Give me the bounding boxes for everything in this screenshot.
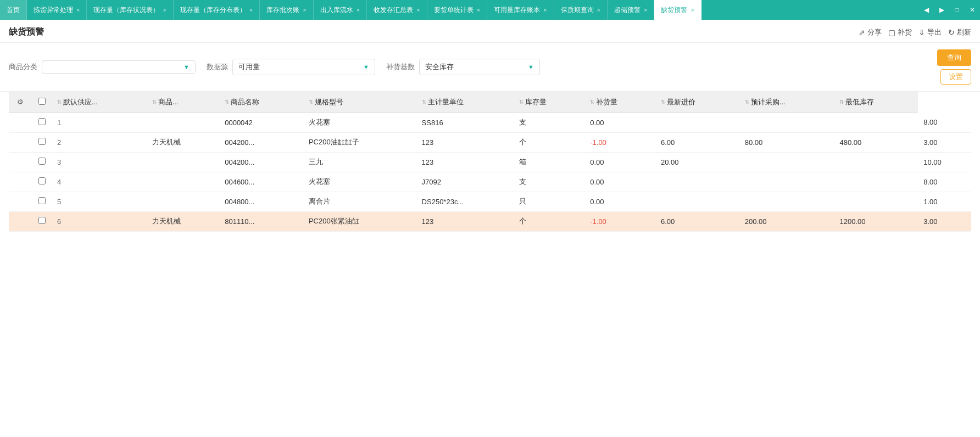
row-num-4: 5 xyxy=(52,192,147,211)
tab-abnormal[interactable]: 拣货异常处理 × xyxy=(27,0,87,20)
row-supplier-4 xyxy=(147,192,220,211)
replenish-base-arrow-icon: ▼ xyxy=(528,64,534,70)
tab-expiry-query[interactable]: 保质期查询 × xyxy=(554,0,608,20)
row-supplier-2 xyxy=(147,152,220,172)
col-header-estimated-purchase: ⇅ 预计采购... xyxy=(739,92,834,113)
row-name-1: PC200油缸缸子 xyxy=(303,132,416,152)
table-row: 1 0000042 火花塞 SS816 支 0.00 8.00 xyxy=(9,113,971,132)
row-supplier-3 xyxy=(147,172,220,192)
row-checkbox-1 xyxy=(32,132,52,152)
tab-close-inout-flow[interactable]: × xyxy=(357,7,360,13)
sort-icon-unit: ⇅ xyxy=(422,99,426,105)
col-header-replenish-qty: ⇅ 补货量 xyxy=(584,92,655,113)
sort-icon-name: ⇅ xyxy=(225,99,229,105)
row-select-3[interactable] xyxy=(38,177,46,184)
export-icon: ⇓ xyxy=(918,28,925,37)
share-icon: ⇗ xyxy=(859,28,865,37)
row-estimated-purchase-3 xyxy=(834,172,918,192)
header-actions: ⇗ 分享 ▢ 补货 ⇓ 导出 ↻ 刷新 xyxy=(859,27,971,37)
tab-close-inventory-dist[interactable]: × xyxy=(249,7,253,13)
col-header-min-stock: ⇅ 最低库存 xyxy=(834,92,918,113)
col-header-unit: ⇅ 主计量单位 xyxy=(416,92,514,113)
row-select-5[interactable] xyxy=(38,217,46,224)
row-min-stock-1: 3.00 xyxy=(918,132,971,152)
row-estimated-purchase-5: 1200.00 xyxy=(834,211,918,231)
row-num-5: 6 xyxy=(52,211,147,231)
tab-close-order-stats[interactable]: × xyxy=(477,7,480,13)
tab-nav-restore[interactable]: □ xyxy=(949,0,965,20)
row-latest-price-5: 200.00 xyxy=(739,211,834,231)
tab-home[interactable]: 首页 xyxy=(0,0,27,20)
row-checkbox-5 xyxy=(32,211,52,231)
row-replenish-qty-2: 20.00 xyxy=(655,152,739,172)
tab-available-ledger[interactable]: 可用量库存账本 × xyxy=(487,0,554,20)
tab-close-shortage-warning[interactable]: × xyxy=(691,7,694,13)
row-unit-1: 个 xyxy=(514,132,584,152)
query-button[interactable]: 查询 xyxy=(937,49,971,66)
export-button[interactable]: ⇓ 导出 xyxy=(918,27,942,37)
row-spec-2: 123 xyxy=(416,152,514,172)
tab-close-abnormal[interactable]: × xyxy=(76,7,80,13)
row-checkbox-0 xyxy=(32,113,52,132)
tab-nav-close[interactable]: ✕ xyxy=(965,0,980,20)
row-unit-3: 支 xyxy=(514,172,584,192)
replenish-icon: ▢ xyxy=(888,28,895,37)
tab-order-stats[interactable]: 要货单统计表 × xyxy=(427,0,487,20)
row-gear-3 xyxy=(9,172,32,192)
tab-overstock-warning[interactable]: 超储预警 × xyxy=(608,0,654,20)
tab-close-expiry-query[interactable]: × xyxy=(597,7,600,13)
tab-shortage-warning[interactable]: 缺货预警 × xyxy=(654,0,701,20)
tab-inventory-dist[interactable]: 现存量（库存分布表） × xyxy=(174,0,260,20)
sort-icon-price: ⇅ xyxy=(661,99,665,105)
select-all-checkbox[interactable] xyxy=(38,98,46,105)
row-latest-price-0 xyxy=(739,113,834,132)
row-spec-1: 123 xyxy=(416,132,514,152)
row-select-4[interactable] xyxy=(38,197,46,204)
sort-icon-spec: ⇅ xyxy=(309,99,313,105)
category-select[interactable]: ▼ xyxy=(42,60,196,74)
datasource-select[interactable]: 可用量 ▼ xyxy=(232,59,375,75)
row-latest-price-4 xyxy=(739,192,834,211)
row-code-0: 0000042 xyxy=(219,113,303,132)
tab-close-available-ledger[interactable]: × xyxy=(543,7,547,13)
row-select-0[interactable] xyxy=(38,118,46,125)
datasource-value: 可用量 xyxy=(238,62,260,72)
tab-close-overstock-warning[interactable]: × xyxy=(644,7,647,13)
sort-icon-code: ⇅ xyxy=(152,99,157,105)
tab-inventory-status[interactable]: 现存量（库存状况表） × xyxy=(87,0,173,20)
tab-close-batch-account[interactable]: × xyxy=(303,7,306,13)
col-header-product-code: ⇅ 商品... xyxy=(147,92,220,113)
row-supplier-1: 力天机械 xyxy=(147,132,220,152)
row-supplier-5: 力天机械 xyxy=(147,211,220,231)
tab-nav-prev[interactable]: ◀ xyxy=(918,0,934,20)
tab-nav-next[interactable]: ▶ xyxy=(934,0,949,20)
tab-close-collect-account[interactable]: × xyxy=(416,7,420,13)
col-header-checkbox xyxy=(32,92,52,113)
tab-inout-flow[interactable]: 出入库流水 × xyxy=(314,0,367,20)
datasource-label: 数据源 xyxy=(207,62,228,72)
row-select-1[interactable] xyxy=(38,138,46,145)
row-stock-0: 0.00 xyxy=(584,113,655,132)
row-unit-4: 只 xyxy=(514,192,584,211)
tab-batch-account[interactable]: 库存批次账 × xyxy=(260,0,313,20)
filter-bar: 商品分类 ▼ 数据源 可用量 ▼ 补货基数 安全库存 ▼ 查询 设置 xyxy=(0,43,980,92)
refresh-button[interactable]: ↻ 刷新 xyxy=(948,27,971,37)
tab-close-inventory-status[interactable]: × xyxy=(163,7,166,13)
refresh-icon: ↻ xyxy=(948,28,955,37)
row-estimated-purchase-1: 480.00 xyxy=(834,132,918,152)
row-name-0: 火花塞 xyxy=(303,113,416,132)
row-spec-3: J7092 xyxy=(416,172,514,192)
gear-icon[interactable]: ⚙ xyxy=(14,96,26,108)
replenish-base-select[interactable]: 安全库存 ▼ xyxy=(419,59,540,75)
replenish-button[interactable]: ▢ 补货 xyxy=(888,27,912,37)
row-replenish-qty-4 xyxy=(655,192,739,211)
share-button[interactable]: ⇗ 分享 xyxy=(859,27,882,37)
replenish-base-value: 安全库存 xyxy=(425,62,454,72)
row-name-3: 火花塞 xyxy=(303,172,416,192)
row-spec-0: SS816 xyxy=(416,113,514,132)
sort-icon-supplier: ⇅ xyxy=(57,99,62,105)
row-num-1: 2 xyxy=(52,132,147,152)
settings-button[interactable]: 设置 xyxy=(940,69,971,85)
row-select-2[interactable] xyxy=(38,158,46,165)
tab-collect-account[interactable]: 收发存汇总表 × xyxy=(367,0,427,20)
